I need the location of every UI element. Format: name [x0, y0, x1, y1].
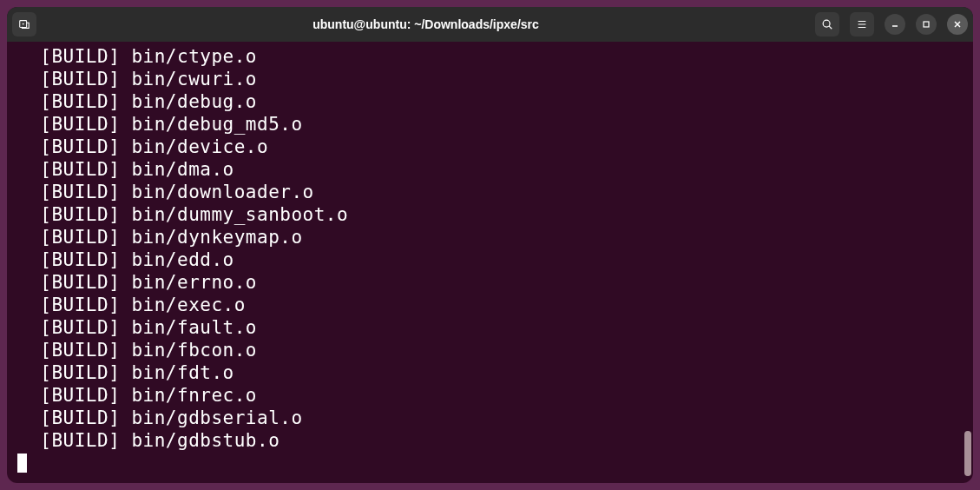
build-line: [BUILD] bin/gdbserial.o: [17, 407, 966, 429]
build-line: [BUILD] bin/dynkeymap.o: [17, 226, 966, 248]
build-line: [BUILD] bin/edd.o: [17, 248, 966, 271]
build-line: [BUILD] bin/debug_md5.o: [17, 113, 966, 136]
close-icon: [953, 20, 962, 29]
search-button[interactable]: [815, 12, 839, 36]
svg-rect-7: [924, 22, 929, 27]
scrollbar-thumb[interactable]: [964, 431, 971, 476]
svg-line-2: [829, 26, 832, 29]
build-line: [BUILD] bin/debug.o: [17, 90, 966, 113]
build-line: [BUILD] bin/dma.o: [17, 158, 966, 181]
maximize-icon: [922, 20, 931, 29]
minimize-button[interactable]: [885, 14, 905, 35]
terminal-window: ubuntu@ubuntu: ~/Downloads/ipxe/src: [7, 7, 973, 483]
build-line: [BUILD] bin/fbcon.o: [17, 339, 966, 361]
terminal-body[interactable]: [BUILD] bin/ctype.o [BUILD] bin/cwuri.o …: [7, 42, 973, 483]
svg-point-1: [823, 20, 830, 27]
new-tab-button[interactable]: [12, 12, 36, 36]
new-tab-icon: [18, 18, 30, 30]
hamburger-icon: [856, 18, 868, 30]
maximize-button[interactable]: [916, 14, 937, 35]
build-line: [BUILD] bin/exec.o: [17, 294, 966, 316]
build-line: [BUILD] bin/fdt.o: [17, 361, 966, 384]
window-title: ubuntu@ubuntu: ~/Downloads/ipxe/src: [36, 17, 815, 31]
build-line: [BUILD] bin/fault.o: [17, 316, 966, 339]
build-line: [BUILD] bin/ctype.o: [17, 45, 966, 68]
menu-button[interactable]: [850, 12, 874, 36]
build-line: [BUILD] bin/cwuri.o: [17, 68, 966, 90]
titlebar: ubuntu@ubuntu: ~/Downloads/ipxe/src: [7, 7, 973, 42]
build-line: [BUILD] bin/downloader.o: [17, 181, 966, 203]
terminal-output: [BUILD] bin/ctype.o [BUILD] bin/cwuri.o …: [17, 45, 966, 452]
build-line: [BUILD] bin/errno.o: [17, 271, 966, 294]
close-button[interactable]: [947, 14, 968, 35]
build-line: [BUILD] bin/gdbstub.o: [17, 429, 966, 452]
search-icon: [821, 18, 833, 30]
build-line: [BUILD] bin/device.o: [17, 136, 966, 158]
terminal-cursor: [17, 454, 27, 473]
minimize-icon: [891, 20, 899, 29]
build-line: [BUILD] bin/dummy_sanboot.o: [17, 203, 966, 226]
build-line: [BUILD] bin/fnrec.o: [17, 384, 966, 407]
